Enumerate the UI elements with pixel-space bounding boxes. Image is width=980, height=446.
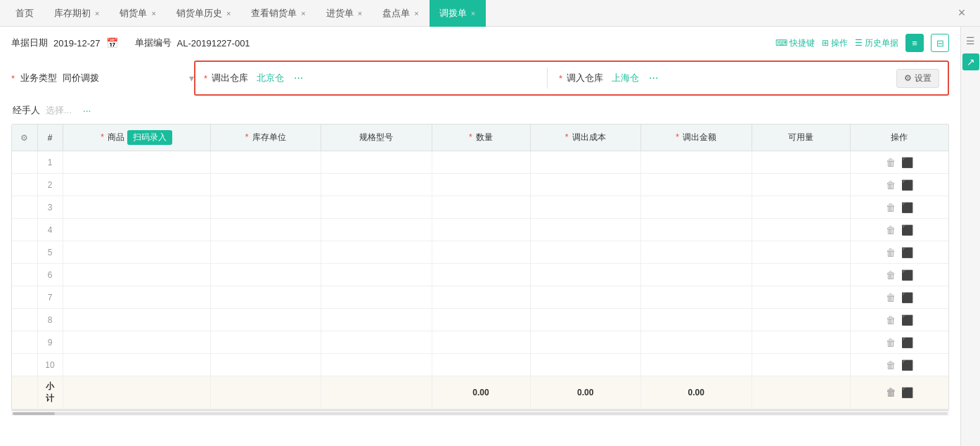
row-unit-8[interactable] — [210, 309, 321, 331]
row-product-2[interactable] — [63, 174, 210, 196]
row-delete-icon-6[interactable]: 🗑 — [886, 269, 896, 281]
row-qty-10[interactable] — [432, 354, 530, 376]
row-spec-4[interactable] — [321, 219, 432, 241]
row-unit-1[interactable] — [210, 151, 321, 174]
row-product-5[interactable] — [63, 241, 210, 264]
row-unit-2[interactable] — [210, 174, 321, 196]
out-warehouse-value[interactable]: 北京仓 — [257, 72, 284, 84]
tab-inventory-init[interactable]: 库存期初 × — [44, 0, 110, 27]
row-copy-icon-6[interactable]: ⬛ — [901, 269, 913, 281]
row-amount-1[interactable] — [641, 151, 752, 174]
row-product-9[interactable] — [63, 331, 210, 354]
row-qty-3[interactable] — [432, 196, 530, 219]
row-cost-4[interactable] — [530, 219, 641, 241]
scan-button[interactable]: 扫码录入 — [127, 130, 172, 145]
row-copy-icon-5[interactable]: ⬛ — [901, 247, 913, 258]
row-unit-10[interactable] — [210, 354, 321, 376]
row-delete-icon-4[interactable]: 🗑 — [886, 224, 896, 236]
tab-sales-order[interactable]: 销货单 × — [110, 0, 166, 27]
layout-btn-1[interactable]: ≡ — [905, 34, 924, 52]
row-cost-1[interactable] — [530, 151, 641, 174]
row-cost-5[interactable] — [530, 241, 641, 264]
tab-purchase[interactable]: 进货单 × — [316, 0, 373, 27]
tab-purchase-close[interactable]: × — [358, 9, 362, 18]
in-warehouse-more[interactable]: ··· — [649, 72, 658, 84]
row-qty-2[interactable] — [432, 174, 530, 196]
operations-btn[interactable]: ⊞ 操作 — [822, 37, 848, 49]
row-delete-icon-8[interactable]: 🗑 — [886, 314, 896, 326]
row-amount-6[interactable] — [641, 264, 752, 286]
row-product-3[interactable] — [63, 196, 210, 219]
business-type-dropdown[interactable]: ▾ — [189, 72, 194, 84]
sidebar-export-btn[interactable]: ↗ — [962, 53, 979, 70]
row-delete-icon-2[interactable]: 🗑 — [886, 179, 896, 191]
out-warehouse-more[interactable]: ··· — [294, 72, 303, 84]
row-spec-2[interactable] — [321, 174, 432, 196]
calendar-icon[interactable]: 📅 — [106, 37, 118, 49]
row-delete-icon-10[interactable]: 🗑 — [886, 359, 896, 371]
row-unit-4[interactable] — [210, 219, 321, 241]
handler-input[interactable]: 选择... — [46, 104, 72, 117]
row-copy-icon-10[interactable]: ⬛ — [901, 359, 913, 371]
global-close-button[interactable]: × — [949, 1, 974, 26]
row-qty-6[interactable] — [432, 264, 530, 286]
row-amount-8[interactable] — [641, 309, 752, 331]
row-qty-5[interactable] — [432, 241, 530, 264]
row-unit-7[interactable] — [210, 286, 321, 309]
row-delete-icon-7[interactable]: 🗑 — [886, 292, 896, 303]
subtotal-delete-icon[interactable]: 🗑 — [886, 387, 896, 398]
settings-button[interactable]: ⚙ 设置 — [896, 69, 939, 88]
sidebar-list-btn[interactable]: ☰ — [962, 32, 979, 49]
row-spec-6[interactable] — [321, 264, 432, 286]
row-delete-icon-5[interactable]: 🗑 — [886, 247, 896, 258]
row-amount-5[interactable] — [641, 241, 752, 264]
row-copy-icon-3[interactable]: ⬛ — [901, 202, 913, 213]
tab-transfer[interactable]: 调拨单 × — [430, 0, 486, 27]
tab-home[interactable]: 首页 — [6, 0, 44, 27]
tab-transfer-close[interactable]: × — [471, 9, 475, 18]
row-product-10[interactable] — [63, 354, 210, 376]
tab-stocktake[interactable]: 盘点单 × — [373, 0, 429, 27]
row-product-4[interactable] — [63, 219, 210, 241]
row-copy-icon-4[interactable]: ⬛ — [901, 224, 913, 236]
row-unit-9[interactable] — [210, 331, 321, 354]
col-settings-th[interactable]: ⚙ — [12, 125, 37, 151]
row-cost-3[interactable] — [530, 196, 641, 219]
row-amount-3[interactable] — [641, 196, 752, 219]
tab-sales-order-close[interactable]: × — [151, 9, 155, 18]
tab-stocktake-close[interactable]: × — [414, 9, 418, 18]
row-spec-3[interactable] — [321, 196, 432, 219]
row-qty-8[interactable] — [432, 309, 530, 331]
row-qty-9[interactable] — [432, 331, 530, 354]
row-cost-6[interactable] — [530, 264, 641, 286]
handler-more[interactable]: ··· — [83, 105, 91, 116]
tab-sales-history[interactable]: 销货单历史 × — [167, 0, 241, 27]
horizontal-scrollbar[interactable] — [11, 410, 949, 416]
shortcuts-btn[interactable]: ⌨ 快捷键 — [775, 37, 815, 49]
row-product-8[interactable] — [63, 309, 210, 331]
tab-inventory-init-close[interactable]: × — [95, 9, 99, 18]
row-amount-4[interactable] — [641, 219, 752, 241]
row-amount-2[interactable] — [641, 174, 752, 196]
row-amount-9[interactable] — [641, 331, 752, 354]
row-amount-7[interactable] — [641, 286, 752, 309]
row-unit-5[interactable] — [210, 241, 321, 264]
row-cost-7[interactable] — [530, 286, 641, 309]
row-qty-7[interactable] — [432, 286, 530, 309]
row-spec-7[interactable] — [321, 286, 432, 309]
row-delete-icon-9[interactable]: 🗑 — [886, 337, 896, 348]
tab-sales-history-close[interactable]: × — [226, 9, 231, 18]
tab-view-sales-close[interactable]: × — [301, 9, 305, 18]
row-copy-icon-9[interactable]: ⬛ — [901, 337, 913, 348]
tab-view-sales[interactable]: 查看销货单 × — [241, 0, 316, 27]
row-spec-8[interactable] — [321, 309, 432, 331]
row-cost-2[interactable] — [530, 174, 641, 196]
row-cost-9[interactable] — [530, 331, 641, 354]
row-spec-1[interactable] — [321, 151, 432, 174]
row-copy-icon-8[interactable]: ⬛ — [901, 314, 913, 326]
row-amount-10[interactable] — [641, 354, 752, 376]
row-spec-5[interactable] — [321, 241, 432, 264]
row-spec-10[interactable] — [321, 354, 432, 376]
row-product-7[interactable] — [63, 286, 210, 309]
row-product-6[interactable] — [63, 264, 210, 286]
